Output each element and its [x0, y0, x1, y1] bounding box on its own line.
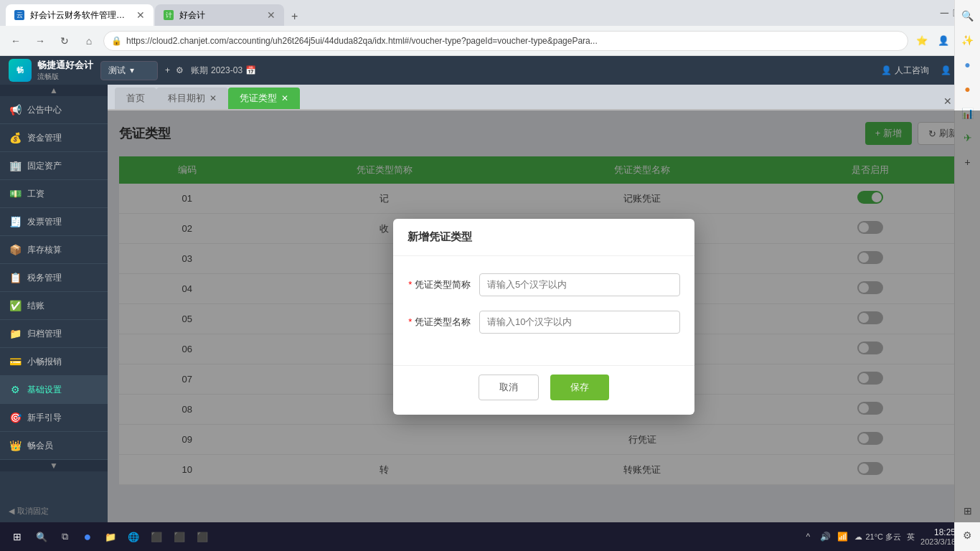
weather-text: 21°C 多云 — [865, 532, 901, 542]
float-orange-btn[interactable]: ● — [958, 85, 978, 99]
app-header: 畅 畅捷通好会计 流畅版 测试 ▾ + ⚙ 账期 2023-03 📅 — [0, 56, 980, 85]
sidebar-label-funds: 资金管理 — [27, 132, 62, 144]
sidebar-label-settlement: 结账 — [27, 300, 44, 312]
sidebar-item-archive[interactable]: 📁 归档管理 — [0, 320, 108, 348]
sidebar-item-settings[interactable]: ⚙ 基础设置 — [0, 376, 108, 404]
taskbar-search[interactable]: 🔍 — [32, 527, 52, 547]
app-container: 畅 畅捷通好会计 流畅版 测试 ▾ + ⚙ 账期 2023-03 📅 — [0, 56, 980, 522]
modal-dialog: 新增凭证类型 * 凭证类型简称 — [393, 219, 694, 415]
address-bar[interactable]: 🔒 https://cloud2.chanjet.com/accounting/… — [103, 31, 908, 51]
inventory-icon: 📦 — [9, 243, 22, 256]
tray-network[interactable]: 📶 — [836, 530, 849, 543]
sidebar-item-tax[interactable]: 📋 税务管理 — [0, 264, 108, 292]
tab-subject-init-close[interactable]: ✕ — [209, 93, 217, 103]
announcements-icon: 📢 — [9, 103, 22, 116]
sidebar-scroll-up[interactable]: ▲ — [0, 85, 108, 96]
sidebar-item-guide[interactable]: 🎯 新手引导 — [0, 404, 108, 432]
modal-header: 新增凭证类型 — [393, 219, 694, 256]
browser-tab-2[interactable]: 计 好会计 ✕ — [155, 4, 284, 26]
tab-subject-init-label: 科目期初 — [168, 92, 205, 105]
cancel-fixed-button[interactable]: ◀ 取消固定 — [0, 500, 108, 522]
url-text: https://cloud2.chanjet.com/accounting/uh… — [126, 36, 900, 46]
form-row-name: * 凭证类型名称 — [407, 311, 680, 334]
taskbar-app3[interactable]: ⬛ — [192, 527, 212, 547]
sidebar-label-guide: 新手引导 — [27, 412, 62, 424]
extensions-button[interactable]: ⭐ — [913, 32, 931, 50]
browser-toolbar: ← → ↻ ⌂ 🔒 https://cloud2.chanjet.com/acc… — [0, 26, 980, 56]
add-workspace-button[interactable]: + — [165, 65, 170, 75]
new-tab-button[interactable]: + — [286, 7, 303, 26]
workspace-dropdown-icon: ▾ — [130, 65, 134, 75]
sidebar-item-announcements[interactable]: 📢 公告中心 — [0, 96, 108, 124]
tab-home-label: 首页 — [126, 92, 145, 105]
taskbar-edge[interactable]: 🌐 — [123, 527, 143, 547]
taskbar-app2[interactable]: ⬛ — [169, 527, 189, 547]
taskbar-right: ^ 🔊 📶 ☁ 21°C 多云 英 18:25 2023/3/18 🔔 — [801, 527, 974, 546]
window-minimize[interactable]: ─ — [941, 6, 948, 19]
taskbar-sys-icons: ^ 🔊 📶 — [801, 530, 849, 543]
sidebar-item-member[interactable]: 👑 畅会员 — [0, 432, 108, 460]
taskbar-taskview[interactable]: ⧉ — [55, 527, 75, 547]
reload-button[interactable]: ↻ — [55, 31, 75, 51]
form-label-short: * 凭证类型简称 — [407, 278, 479, 291]
tray-volume[interactable]: 🔊 — [819, 530, 831, 543]
tab-voucher-type[interactable]: 凭证类型 ✕ — [228, 88, 300, 109]
voucher-short-input[interactable] — [479, 273, 680, 296]
tab-voucher-type-close[interactable]: ✕ — [281, 93, 288, 103]
funds-icon: 💰 — [9, 131, 22, 144]
taskbar-chrome[interactable]: ● — [77, 527, 98, 547]
period-label: 账期 — [191, 65, 208, 77]
tab-favicon-2: 计 — [164, 10, 174, 20]
sidebar-item-expense[interactable]: 💳 小畅报销 — [0, 348, 108, 376]
clock-time: 18:25 — [920, 527, 956, 537]
workspace-selector[interactable]: 测试 ▾ — [100, 61, 158, 80]
taskbar-files[interactable]: 📁 — [100, 527, 121, 547]
settings-icon[interactable]: ⚙ — [176, 65, 184, 75]
sidebar: ▲ 📢 公告中心 💰 资金管理 🏢 固定资产 💵 工资 — [0, 85, 108, 522]
start-button[interactable]: ⊞ — [6, 525, 29, 548]
sidebar-label-inventory: 库存核算 — [27, 244, 62, 256]
tab-subject-init[interactable]: 科目期初 ✕ — [156, 88, 228, 109]
sidebar-item-payroll[interactable]: 💵 工资 — [0, 180, 108, 208]
consult-button[interactable]: 👤 人工咨询 — [881, 65, 929, 77]
sidebar-item-inventory[interactable]: 📦 库存核算 — [0, 236, 108, 264]
save-button[interactable]: 保存 — [550, 375, 609, 400]
fixed-assets-icon: 🏢 — [9, 159, 22, 172]
tray-up[interactable]: ^ — [801, 530, 814, 543]
archive-icon: 📁 — [9, 327, 22, 340]
voucher-name-input[interactable] — [479, 311, 680, 334]
profile-button[interactable]: 👤 — [934, 32, 953, 50]
logo-area: 畅 畅捷通好会计 流畅版 — [9, 59, 93, 82]
sidebar-item-invoices[interactable]: 🧾 发票管理 — [0, 208, 108, 236]
sidebar-scroll-down[interactable]: ▼ — [0, 460, 108, 471]
browser-tabs: 云 好会计云财务软件管理系统_会计 ✕ 计 好会计 ✕ + — [6, 0, 303, 26]
page-content: 凭证类型 + 新增 ↻ 刷新 编码 — [108, 110, 980, 522]
sidebar-label-invoices: 发票管理 — [27, 216, 62, 228]
tab-close-2[interactable]: ✕ — [267, 9, 275, 21]
clock-date: 2023/3/18 — [920, 537, 956, 546]
payroll-icon: 💵 — [9, 187, 22, 200]
tab-close-1[interactable]: ✕ — [136, 9, 145, 21]
sidebar-label-payroll: 工资 — [27, 188, 44, 200]
modal-footer: 取消 保存 — [393, 365, 694, 415]
tab-home[interactable]: 首页 — [115, 88, 156, 109]
sidebar-item-settlement[interactable]: ✅ 结账 — [0, 292, 108, 320]
tab-close-window[interactable]: ✕ — [940, 93, 956, 109]
home-button[interactable]: ⌂ — [79, 31, 99, 51]
taskbar-clock: 18:25 2023/3/18 — [920, 527, 956, 546]
back-button[interactable]: ← — [6, 31, 26, 51]
tab-title-1: 好会计云财务软件管理系统_会计 — [30, 9, 131, 22]
sidebar-item-fixed-assets[interactable]: 🏢 固定资产 — [0, 152, 108, 180]
sidebar-label-archive: 归档管理 — [27, 328, 62, 340]
logo-icon: 畅 — [9, 59, 32, 82]
taskbar-app1[interactable]: ⬛ — [146, 527, 166, 547]
tab-favicon-1: 云 — [14, 10, 24, 20]
taskbar-lang: 英 — [907, 532, 915, 542]
modal-body: * 凭证类型简称 * 凭证类型名称 — [393, 256, 694, 365]
browser-tab-1[interactable]: 云 好会计云财务软件管理系统_会计 ✕ — [6, 4, 154, 26]
sidebar-item-funds[interactable]: 💰 资金管理 — [0, 124, 108, 152]
cancel-button[interactable]: 取消 — [479, 375, 539, 400]
period-value: 2023-03 — [211, 65, 242, 75]
calendar-icon: 📅 — [245, 65, 256, 75]
forward-button[interactable]: → — [30, 31, 50, 51]
